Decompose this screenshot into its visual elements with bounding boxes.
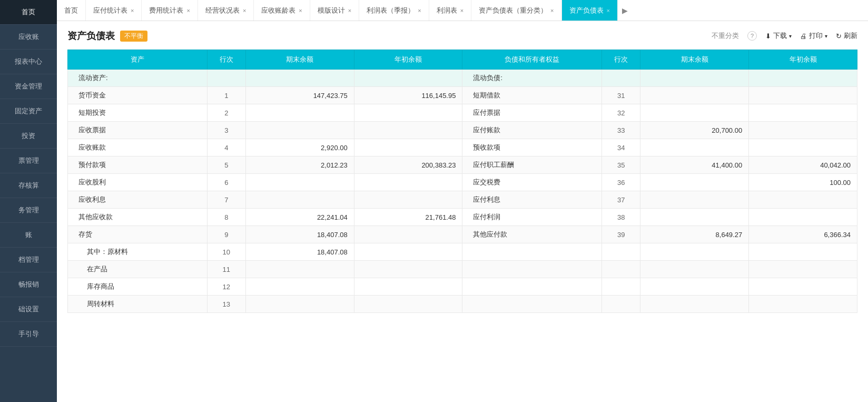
left-row-num: 13 [207, 296, 245, 313]
right-label [462, 296, 602, 313]
table-row: 应收利息 7 应付利息 37 [68, 191, 857, 209]
tab-scroll-right[interactable]: ▶ [618, 6, 632, 15]
table-row: 库存商品 12 [68, 278, 857, 296]
tab-template-design[interactable]: 模版设计 × [310, 0, 359, 21]
right-label: 其他应付款 [462, 226, 602, 243]
left-label: 周转材料 [68, 296, 208, 313]
print-button[interactable]: 🖨 打印 ▾ [800, 31, 827, 41]
right-start-balance [749, 243, 857, 261]
header-start-balance-right: 年初余额 [749, 50, 857, 70]
tab-operation-stat[interactable]: 经营状况表 × [198, 0, 254, 21]
left-label: 其他应收款 [68, 209, 208, 226]
right-row-num [601, 278, 640, 296]
right-start-balance [749, 209, 857, 226]
close-tab-payable-stat[interactable]: × [131, 7, 134, 14]
left-start-balance [354, 122, 462, 139]
refresh-icon: ↻ [836, 32, 842, 40]
sidebar-item-task[interactable]: 务管理 [0, 198, 57, 223]
right-label: 应付利息 [462, 191, 602, 209]
close-tab-operation-stat[interactable]: × [243, 7, 246, 14]
right-label: 应付票据 [462, 104, 602, 122]
right-row-num: 38 [601, 209, 640, 226]
classify-label: 不重分类 [712, 31, 739, 41]
right-end-balance: 20,700.00 [640, 122, 749, 139]
sidebar-item-bill[interactable]: 票管理 [0, 149, 57, 173]
download-button[interactable]: ⬇ 下载 ▾ [765, 31, 792, 41]
left-row-num: 10 [207, 243, 245, 261]
tab-ar-aging[interactable]: 应收账龄表 × [254, 0, 310, 21]
tab-balance-reclassified[interactable]: 资产负债表（重分类） × [471, 0, 561, 21]
tab-home[interactable]: 首页 [57, 0, 86, 21]
sidebar-item-settings[interactable]: 础设置 [0, 297, 57, 322]
sidebar-item-archive[interactable]: 档管理 [0, 248, 57, 272]
tab-payable-stat[interactable]: 应付统计表 × [86, 0, 142, 21]
right-row-num: 34 [601, 139, 640, 156]
tab-expense-stat[interactable]: 费用统计表 × [142, 0, 198, 21]
left-label: 货币资金 [68, 87, 208, 104]
right-end-balance: 8,649.27 [640, 226, 749, 243]
left-end-balance [245, 191, 354, 209]
sidebar-item-inventory[interactable]: 存核算 [0, 173, 57, 198]
tab-profit-quarter[interactable]: 利润表（季报） × [359, 0, 429, 21]
table-row: 在产品 11 [68, 261, 857, 278]
left-start-balance [354, 243, 462, 261]
right-row-num [601, 296, 640, 313]
left-end-balance [245, 278, 354, 296]
left-end-balance: 2,012.23 [245, 156, 354, 174]
left-row-num: 3 [207, 122, 245, 139]
table-row: 短期投资 2 应付票据 32 [68, 104, 857, 122]
close-tab-balance[interactable]: × [607, 7, 610, 14]
sidebar-item-fixed-assets[interactable]: 固定资产 [0, 99, 57, 124]
page-header: 资产负债表 不平衡 不重分类 ? ⬇ 下载 ▾ 🖨 打印 ▾ ↻ 刷新 [67, 30, 857, 42]
header-row-num-right: 行次 [601, 50, 640, 70]
header-asset: 资产 [68, 50, 208, 70]
right-start-balance [749, 191, 857, 209]
right-label [462, 278, 602, 296]
close-tab-expense-stat[interactable]: × [186, 7, 190, 14]
sidebar-item-invest[interactable]: 投资 [0, 124, 57, 149]
right-start-balance [749, 296, 857, 313]
close-tab-balance-reclassified[interactable]: × [550, 7, 554, 14]
left-end-balance: 2,920.00 [245, 139, 354, 156]
close-tab-template-design[interactable]: × [348, 7, 351, 14]
sidebar-item-sales[interactable]: 畅报销 [0, 272, 57, 297]
tab-balance[interactable]: 资产负债表 × [562, 0, 618, 21]
header-end-balance-right: 期末余额 [640, 50, 749, 70]
left-end-balance [245, 174, 354, 191]
help-icon[interactable]: ? [747, 31, 757, 41]
sidebar-item-ledger[interactable]: 账 [0, 223, 57, 248]
left-end-balance [245, 296, 354, 313]
header-row-num-left: 行次 [207, 50, 245, 70]
sidebar-item-receivable[interactable]: 应收账 [0, 25, 57, 50]
right-label [462, 243, 602, 261]
right-label: 短期借款 [462, 87, 602, 104]
left-label: 短期投资 [68, 104, 208, 122]
right-row-num: 37 [601, 191, 640, 209]
sidebar-item-fund[interactable]: 资金管理 [0, 74, 57, 99]
table-row: 应收股利 6 应交税费 36 100.00 [68, 174, 857, 191]
sidebar-item-home[interactable]: 首页 [0, 0, 57, 25]
right-start-balance: 6,366.34 [749, 226, 857, 243]
sidebar-item-report-center[interactable]: 报表中心 [0, 50, 57, 74]
close-tab-ar-aging[interactable]: × [299, 7, 302, 14]
left-label: 应收利息 [68, 191, 208, 209]
left-row-num: 8 [207, 209, 245, 226]
close-tab-profit[interactable]: × [460, 7, 463, 14]
left-end-balance [245, 261, 354, 278]
left-label: 预付款项 [68, 156, 208, 174]
left-end-balance [245, 122, 354, 139]
left-start-balance [354, 104, 462, 122]
right-start-balance [749, 278, 857, 296]
content-area: 资产负债表 不平衡 不重分类 ? ⬇ 下载 ▾ 🖨 打印 ▾ ↻ 刷新 [57, 21, 868, 402]
refresh-button[interactable]: ↻ 刷新 [836, 31, 857, 41]
left-label: 应收票据 [68, 122, 208, 139]
right-end-balance [640, 139, 749, 156]
left-label: 在产品 [68, 261, 208, 278]
left-label: 存货 [68, 226, 208, 243]
sidebar-item-guide[interactable]: 手引导 [0, 322, 57, 347]
close-tab-profit-quarter[interactable]: × [418, 7, 421, 14]
left-end-balance: 18,407.08 [245, 226, 354, 243]
tab-profit[interactable]: 利润表 × [429, 0, 471, 21]
table-row: 预付款项 5 2,012.23 200,383.23 应付职工薪酬 35 41,… [68, 156, 857, 174]
left-row-num: 12 [207, 278, 245, 296]
